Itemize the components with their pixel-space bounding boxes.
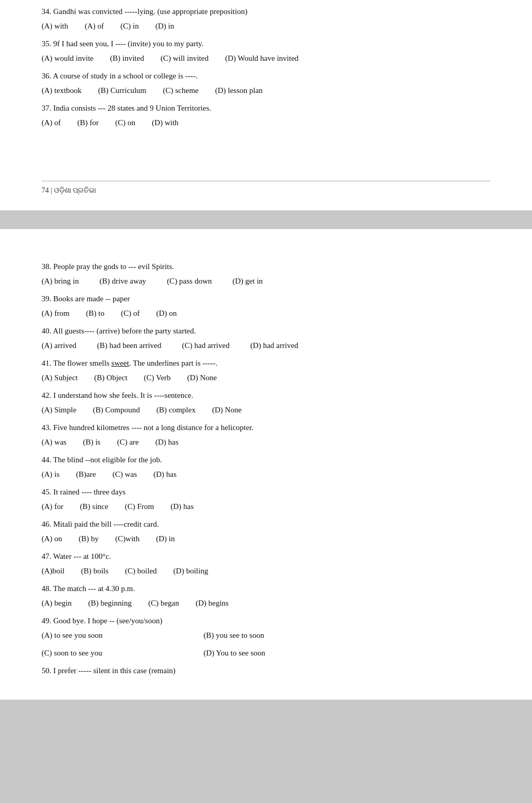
options-41: (A) Subject (B) Object (C) Verb (D) None [42, 371, 490, 384]
options-35: (A) would invite (B) invited (C) will in… [42, 52, 490, 64]
options-49-row1: (A) to see you soon (B) you see to soon [42, 629, 490, 641]
question-35: 35. 9f I had seen you, I ---- (invite) y… [42, 37, 490, 50]
question-49: 49. Good bye. I hope -- (see/you/soon) [42, 614, 490, 627]
question-40: 40. All guests---- (arrive) before the p… [42, 325, 490, 337]
question-37: 37. India consists --- 28 states and 9 U… [42, 102, 490, 114]
underlined-word: sweet [111, 359, 129, 367]
page-1: 34. Gandhi was convicted -----lying. (us… [0, 0, 532, 210]
options-34: (A) with (A) of (C) in (D) in [42, 20, 490, 32]
question-50: 50. I prefer ----- silent in this case (… [42, 664, 490, 677]
options-49-row2: (C) soon to see you (D) You to see soon [42, 647, 490, 659]
options-43: (A) was (B) is (C) are (D) has [42, 436, 490, 448]
question-45: 45. It rained ---- three days [42, 486, 490, 498]
options-38: (A) bring in (B) drive away (C) pass dow… [42, 275, 490, 287]
options-47: (A)boil (B) boils (C) boiled (D) boiling [42, 565, 490, 577]
options-40: (A) arrived (B) had been arrived (C) had… [42, 339, 490, 352]
page-number: 74 | ଓଡ଼ିଶା ପ୍ରତିଭା [42, 181, 490, 195]
question-38: 38. People pray the gods to --- evil Spi… [42, 260, 490, 273]
options-44: (A) is (B)are (C) was (D) has [42, 468, 490, 480]
options-46: (A) on (B) by (C)with (D) in [42, 532, 490, 545]
options-37: (A) of (B) for (C) on (D) with [42, 116, 490, 129]
options-36: (A) textbook (B) Curriculum (C) scheme (… [42, 84, 490, 97]
question-46: 46. Mitali paid the bill ----credit card… [42, 518, 490, 530]
question-48: 48. The match --- at 4.30 p.m. [42, 582, 490, 595]
question-36: 36. A course of study in a school or col… [42, 70, 490, 82]
question-47: 47. Water --- at 100°c. [42, 550, 490, 563]
page-2: 38. People pray the gods to --- evil Spi… [0, 229, 532, 700]
question-41: 41. The flower smells sweet. The underli… [42, 357, 490, 369]
options-42: (A) Simple (B) Compound (B) complex (D) … [42, 404, 490, 416]
options-39: (A) from (B) to (C) of (D) on [42, 307, 490, 319]
question-44: 44. The blind --not eligible for the job… [42, 453, 490, 466]
question-39: 39. Books are made -- paper [42, 292, 490, 305]
question-42: 42. I understand how she feels. It is --… [42, 389, 490, 402]
question-43: 43. Five hundred kilometres ---- not a l… [42, 421, 490, 434]
options-45: (A) for (B) since (C) From (D) has [42, 500, 490, 513]
options-48: (A) begin (B) beginning (C) began (D) be… [42, 597, 490, 609]
question-34: 34. Gandhi was convicted -----lying. (us… [42, 5, 490, 18]
